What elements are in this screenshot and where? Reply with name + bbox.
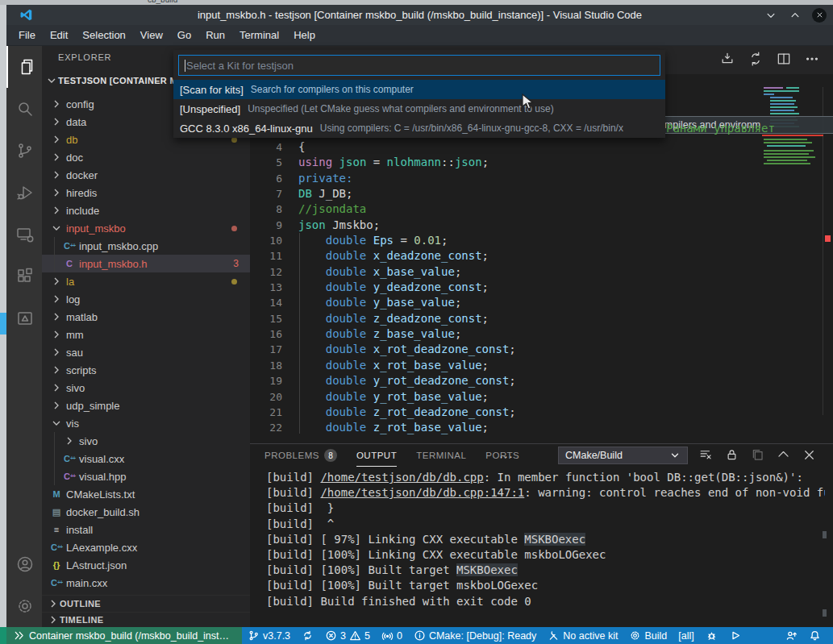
remote-explorer-icon[interactable] [6, 214, 42, 256]
menu-selection[interactable]: Selection [75, 25, 132, 45]
ports-status[interactable]: 0 [376, 627, 408, 644]
timeline-section[interactable]: TIMELINE [42, 612, 250, 627]
split-editor-icon[interactable] [776, 51, 792, 67]
tree-item-vis[interactable]: vis [42, 414, 250, 432]
debug-button[interactable] [700, 627, 723, 644]
kit-status[interactable]: No active kit [542, 627, 623, 644]
close-icon[interactable] [812, 8, 827, 23]
file-link[interactable]: /home/testjson/db/db.cpp:147:1 [320, 486, 524, 499]
tree-item-visual.cxx[interactable]: C++visual.cxx [42, 450, 250, 467]
text-caret [185, 60, 185, 72]
launch-button[interactable] [723, 627, 747, 644]
tree-item-visual.hpp[interactable]: C++visual.hpp [42, 467, 250, 485]
settings-gear-icon[interactable] [6, 585, 42, 627]
warning-icon [349, 629, 361, 642]
tree-item-cmakelists.txt[interactable]: MCMakeLists.txt [42, 485, 250, 503]
menu-go[interactable]: Go [170, 25, 198, 45]
tab-problems[interactable]: PROBLEMS8 [264, 444, 337, 467]
kit-option-gcc[interactable]: GCC 8.3.0 x86_64-linux-gnu Using compile… [173, 118, 665, 138]
search-icon[interactable] [6, 88, 42, 130]
build-target[interactable]: [all] [673, 627, 699, 644]
tab-output[interactable]: OUTPUT [356, 444, 397, 467]
cmake-status[interactable]: CMake: [Debug]: Ready [408, 627, 542, 644]
git-branch-status[interactable]: v3.7.3 [242, 627, 296, 644]
tree-item-sau[interactable]: sau [42, 343, 250, 361]
tab-terminal[interactable]: TERMINAL [416, 444, 466, 467]
tree-item-input_mskbo[interactable]: input_mskbo [42, 219, 250, 237]
broadcast-icon [381, 629, 394, 642]
mouse-cursor [521, 93, 535, 110]
menu-run[interactable]: Run [198, 25, 232, 45]
menu-view[interactable]: View [133, 25, 170, 45]
tree-item-input_mskbo.cpp[interactable]: C++input_mskbo.cpp [42, 237, 250, 255]
problems-status[interactable]: 3 5 [319, 627, 376, 644]
clear-output-icon[interactable] [698, 447, 714, 463]
code-line-12: 12 double x_base_value; [250, 264, 758, 280]
file-link[interactable]: /home/testjson/db/db.cpp [320, 471, 483, 484]
tree-item-udp_simple[interactable]: udp_simple [42, 397, 250, 414]
tree-item-log[interactable]: log [42, 290, 250, 308]
menu-help[interactable]: Help [286, 25, 323, 45]
menu-bar: FileEditSelectionViewGoRunTerminalHelp [6, 25, 833, 46]
tree-item-sivo[interactable]: sivo [42, 432, 250, 450]
build-button[interactable]: Build [623, 627, 673, 644]
output-channel-select[interactable]: CMake/Build [558, 447, 688, 464]
tree-item-scripts[interactable]: scripts [42, 361, 250, 379]
tree-item-docker_build.sh[interactable]: ▤docker_build.sh [42, 503, 250, 521]
feedback-icon[interactable] [780, 627, 803, 644]
tree-item-laexample.cxx[interactable]: C++LAexample.cxx [42, 538, 250, 556]
background-selection-fragment [0, 313, 6, 334]
code-line-4: 4{ [250, 139, 758, 155]
compare-changes-icon[interactable] [748, 51, 764, 67]
tree-item-lastruct.json[interactable]: {}LAstruct.json [42, 556, 250, 574]
chevron-right-icon [47, 613, 60, 626]
tree-item-include[interactable]: include [42, 202, 250, 219]
explorer-icon[interactable] [6, 46, 42, 88]
cpp-file-icon: C++ [63, 454, 76, 463]
account-icon[interactable] [6, 543, 42, 585]
kit-option-unspecified[interactable]: [Unspecified] Unspecified (Let CMake gue… [173, 99, 665, 118]
remote-indicator[interactable]: Container mskbo_build (/mskbo_build_inst… [6, 627, 242, 644]
output-line: [build] [100%] Linking CXX executable ms… [266, 547, 825, 563]
menu-edit[interactable]: Edit [43, 25, 75, 45]
tree-item-docker[interactable]: docker [42, 166, 250, 184]
sync-icon [302, 629, 314, 642]
more-tabs-icon[interactable]: ··· [499, 444, 514, 467]
more-actions-icon[interactable] [804, 51, 820, 67]
tree-item-matlab[interactable]: matlab [42, 308, 250, 326]
kit-option-scan[interactable]: [Scan for kits] Search for compilers on … [173, 80, 665, 99]
notifications-bell-icon[interactable] [803, 627, 827, 644]
install-icon[interactable] [719, 51, 735, 67]
tree-item-doc[interactable]: doc [42, 148, 250, 166]
testing-icon[interactable] [6, 297, 42, 339]
tree-item-install[interactable]: ≡install [42, 521, 250, 538]
gear-icon [629, 629, 641, 642]
maximize-panel-icon[interactable] [776, 447, 791, 463]
source-control-icon[interactable] [6, 130, 42, 172]
run-debug-icon[interactable] [6, 172, 42, 214]
code-line-17: 17 double x_rot_deadzone_const; [250, 342, 758, 357]
tree-item-sivo[interactable]: sivo [42, 379, 250, 397]
output-line: [build] /home/testjson/db/db.cpp: In mem… [266, 470, 825, 485]
open-in-editor-icon[interactable] [750, 447, 765, 463]
output-line: [build] } [266, 501, 825, 516]
lock-scroll-icon[interactable] [724, 447, 739, 463]
code-line-9: 9json Jmskbo; [250, 218, 758, 233]
quickpick-input[interactable]: Select a Kit for testjson [178, 55, 660, 76]
tree-item-input_mskbo.h[interactable]: Cinput_mskbo.h3 [42, 255, 250, 272]
menu-file[interactable]: File [11, 25, 43, 45]
close-panel-icon[interactable] [802, 447, 817, 463]
sync-status[interactable] [296, 627, 319, 644]
tree-item-la[interactable]: la [42, 272, 250, 290]
editor-scrollbar[interactable] [823, 87, 823, 415]
maximize-icon[interactable] [788, 8, 802, 23]
code-line-8: 8//jsondata [250, 202, 758, 217]
outline-section[interactable]: OUTLINE [42, 595, 250, 612]
tree-item-main.cxx[interactable]: C++main.cxx [42, 574, 250, 592]
minimize-icon[interactable] [764, 8, 778, 23]
tree-item-hiredis[interactable]: hiredis [42, 184, 250, 202]
problems-badge: 8 [324, 449, 337, 462]
menu-terminal[interactable]: Terminal [232, 25, 286, 45]
extensions-icon[interactable] [6, 256, 42, 297]
tree-item-mm[interactable]: mm [42, 326, 250, 343]
